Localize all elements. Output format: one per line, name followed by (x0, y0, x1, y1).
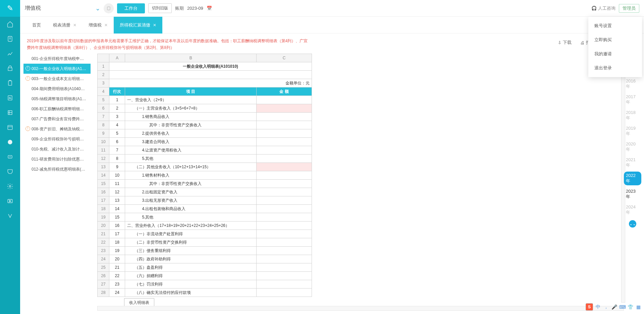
form-item-0[interactable]: 001-企业所得税年度纳税申… (23, 54, 91, 64)
warn-mark-icon: ! (25, 66, 30, 71)
nav-doc-icon[interactable] (0, 32, 20, 46)
form-item-label: 006-职工薪酬纳税调整明细… (32, 106, 84, 112)
tab-label: 税表清册 (53, 22, 70, 28)
unit-label: 金额单位：元 (109, 79, 312, 87)
sheet-title: 一般企业收入明细表(A101010) (109, 62, 312, 71)
form-item-11[interactable]: 012-减免所得税优惠明细表(… (23, 164, 91, 174)
form-item-label: 003-一般企业成本支出明细… (32, 76, 84, 82)
form-item-label: 008-资产折旧、摊销及纳税… (32, 126, 84, 132)
tab-3[interactable]: 所得税汇算清缴✕ (114, 17, 162, 34)
usermenu-item-3[interactable]: 退出登录 (588, 61, 642, 75)
ime-punct-icon[interactable]: ， (603, 304, 609, 310)
admin-button[interactable]: 管理员 (619, 4, 639, 13)
year-picker: 2016年2017年2018年2019年2020年2021年2022年2023年… (624, 77, 641, 228)
usermenu-item-1[interactable]: 立即购买 (588, 33, 642, 47)
form-item-6[interactable]: 007-广告费和业务宣传费跨… (23, 114, 91, 124)
usermenu-item-2[interactable]: 我的邀请 (588, 47, 642, 61)
nav-misc-icon[interactable] (0, 105, 20, 120)
workbench-button[interactable]: 工作台 (117, 3, 145, 13)
form-item-4[interactable]: 005-纳税调整项目明细表(A1… (23, 94, 91, 104)
year-2017年[interactable]: 2017年 (624, 93, 641, 107)
form-item-10[interactable]: 011-研发费用加计扣除优惠… (23, 154, 91, 164)
form-item-8[interactable]: 009-企业所得税弥补亏损明… (23, 134, 91, 144)
nav-link-icon[interactable] (0, 149, 20, 164)
svg-rect-9 (107, 7, 110, 10)
form-sidebar: 001-企业所得税年度纳税申…!002-一般企业收入明细表(A1…!003-一般… (23, 54, 91, 174)
tab-label: 增值税 (89, 22, 102, 28)
calendar-icon[interactable]: 📅 (207, 6, 212, 11)
nav-inbox-icon[interactable] (0, 164, 20, 179)
form-item-1[interactable]: !002-一般企业收入明细表(A1… (23, 64, 91, 74)
svg-point-5 (8, 140, 12, 144)
page-tabs: 首页税表清册✕增值税✕所得税汇算清缴✕ (20, 17, 644, 34)
nav-v-icon[interactable] (0, 208, 20, 223)
ime-bar: S 中 ， 🎤 ⌨ 👕 ▦ (586, 303, 641, 311)
usermenu-item-0[interactable]: 账号设置 (588, 19, 642, 33)
year-2020年[interactable]: 2020年 (624, 140, 641, 154)
ime-logo-icon[interactable]: S (586, 303, 593, 311)
form-item-9[interactable]: 010-免税、减计收入及加计… (23, 144, 91, 154)
nav-chart-icon[interactable] (0, 46, 20, 61)
tab-0[interactable]: 首页 (26, 17, 47, 34)
close-icon[interactable]: ✕ (104, 23, 108, 27)
switch-old-button[interactable]: 切到旧版 (148, 3, 172, 13)
tab-label: 首页 (32, 22, 41, 28)
chevron-down-icon[interactable]: ⌄ (95, 5, 100, 12)
form-item-label: 010-免税、减计收入及加计… (32, 146, 84, 152)
top-header: ⌄ 工作台 切到旧版 账期 2023-09 📅 🎧 人工咨询 管理员 (20, 0, 644, 17)
year-2019年[interactable]: 2019年 (624, 124, 641, 138)
left-nav-rail: ✎ (0, 0, 20, 314)
ime-keyboard-icon[interactable]: ⌨ (619, 304, 625, 310)
entity-select-input[interactable] (25, 5, 92, 11)
nav-date-icon[interactable] (0, 120, 20, 135)
consult-link[interactable]: 🎧 人工咨询 (591, 5, 615, 11)
download-button[interactable]: ⇩ 下载 (558, 40, 572, 46)
form-item-label: 012-减免所得税优惠明细表(… (32, 167, 85, 172)
round-icon[interactable] (104, 3, 114, 13)
form-item-label: 007-广告费和业务宣传费跨… (32, 116, 84, 122)
year-2024年[interactable]: 2024年 (624, 203, 641, 217)
year-2023年[interactable]: 2023年 (624, 187, 641, 201)
warning-text: 2019年度涉及取以前年度结转数据的申报表单元格需要手工维护正确，才能保证本年及… (27, 38, 309, 51)
nav-tax-icon[interactable] (0, 135, 20, 149)
horizontal-scrollbar[interactable] (97, 306, 624, 311)
spreadsheet: ABC1一般企业收入明细表(A101010)23金额单位：元4行次项 目金 额5… (97, 54, 312, 297)
form-item-2[interactable]: !003-一般企业成本支出明细… (23, 74, 91, 84)
svg-rect-4 (8, 125, 12, 130)
nav-settings-icon[interactable] (0, 179, 20, 194)
form-item-label: 005-纳税调整项目明细表(A1… (32, 96, 86, 102)
close-icon[interactable]: ✕ (73, 23, 76, 27)
ime-grid-icon[interactable]: ▦ (635, 304, 641, 310)
nav-bag-icon[interactable] (0, 61, 20, 76)
grid-table[interactable]: ABC1一般企业收入明细表(A101010)23金额单位：元4行次项 目金 额5… (97, 54, 312, 297)
period-value: 2023-09 (187, 6, 203, 11)
svg-rect-1 (8, 81, 12, 85)
nav-video-icon[interactable] (0, 194, 20, 208)
tab-2[interactable]: 增值税✕ (83, 17, 114, 34)
ime-mic-icon[interactable]: 🎤 (611, 304, 617, 310)
form-item-5[interactable]: 006-职工薪酬纳税调整明细… (23, 104, 91, 114)
year-2021年[interactable]: 2021年 (624, 156, 641, 170)
toolbar: 2019年度涉及取以前年度结转数据的申报表单元格需要手工维护正确，才能保证本年及… (20, 34, 624, 54)
tab-label: 所得税汇算清缴 (120, 22, 150, 28)
year-2018年[interactable]: 2018年 (624, 109, 641, 122)
form-item-7[interactable]: !008-资产折旧、摊销及纳税… (23, 124, 91, 134)
year-2022年[interactable]: 2022年 (624, 172, 641, 185)
ime-skin-icon[interactable]: 👕 (627, 304, 633, 310)
close-icon[interactable]: ✕ (153, 23, 156, 27)
user-menu: 账号设置立即购买我的邀请退出登录 (588, 17, 642, 77)
year-more-icon[interactable]: ⌄⌄ (629, 220, 636, 228)
app-logo: ✎ (0, 0, 20, 17)
form-item-3[interactable]: 004-期间费用明细表(A1040… (23, 84, 91, 94)
ime-lang-icon[interactable]: 中 (595, 304, 601, 310)
period-label: 账期 (175, 5, 184, 11)
form-item-label: 002-一般企业收入明细表(A1… (32, 66, 86, 72)
year-2016年[interactable]: 2016年 (624, 77, 641, 91)
form-item-label: 011-研发费用加计扣除优惠… (32, 156, 84, 162)
nav-clipboard-icon[interactable] (0, 76, 20, 90)
consult-label: 人工咨询 (598, 5, 615, 11)
svg-point-7 (9, 186, 11, 187)
tab-1[interactable]: 税表清册✕ (47, 17, 83, 34)
nav-report-icon[interactable] (0, 90, 20, 105)
nav-home-icon[interactable] (0, 17, 20, 32)
